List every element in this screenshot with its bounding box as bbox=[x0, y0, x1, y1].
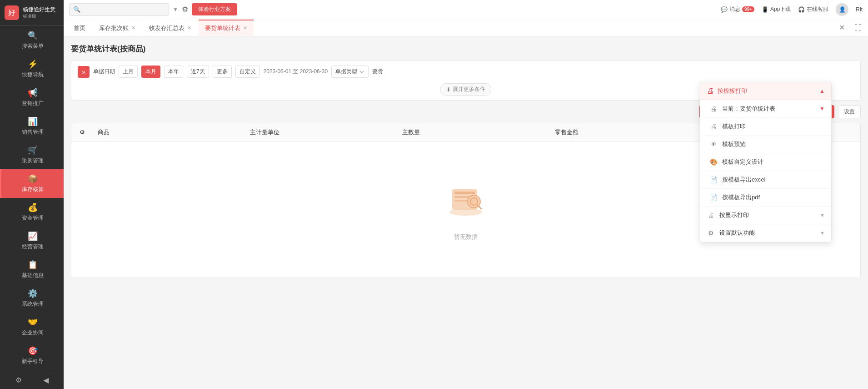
current-template-chevron: ▼ bbox=[819, 106, 825, 112]
svg-rect-2 bbox=[454, 192, 475, 194]
type-filter-label: 单据类型 bbox=[335, 68, 357, 76]
tab-order-stats-label: 要货单统计表 bbox=[205, 24, 240, 32]
tab-receipt-summary-close[interactable]: ✕ bbox=[187, 25, 191, 31]
dropdown-default-fn[interactable]: ⚙ 设置默认功能 ▼ bbox=[700, 224, 831, 242]
sidebar-item-inventory[interactable]: 📦 库存核算 bbox=[0, 169, 64, 198]
message-badge: 99+ bbox=[742, 6, 754, 12]
template-design-label: 模板自定义设计 bbox=[722, 158, 763, 166]
sidebar-item-label: 系统管理 bbox=[22, 300, 44, 308]
finance-icon: 💰 bbox=[28, 202, 38, 212]
tab-close-all-icon[interactable]: ✕ bbox=[835, 21, 848, 34]
empty-text: 暂无数据 bbox=[454, 233, 478, 241]
page-content: 要货单统计表(按商品) » 单据日期 上月 本月 本年 近7天 更多 自定义 2… bbox=[64, 36, 868, 389]
topbar-gear-icon[interactable]: ⚙ bbox=[182, 5, 188, 14]
user-name: Rit bbox=[856, 6, 863, 13]
sidebar-item-marketing[interactable]: 📢 营销推广 bbox=[0, 83, 64, 112]
sidebar-item-newbie[interactable]: 🎯 新手引导 bbox=[0, 341, 64, 370]
tab-expand-icon[interactable]: ⛶ bbox=[852, 21, 864, 34]
sidebar-item-basic[interactable]: 📋 基础信息 bbox=[0, 255, 64, 284]
date-btn-more[interactable]: 更多 bbox=[213, 66, 232, 78]
dropdown-template-excel[interactable]: 📄 按模板导出excel bbox=[700, 171, 831, 189]
empty-illustration bbox=[443, 178, 489, 227]
sidebar-item-system[interactable]: ⚙️ 系统管理 bbox=[0, 284, 64, 313]
topbar-chevron-icon[interactable]: ▼ bbox=[173, 6, 178, 13]
user-avatar[interactable]: 👤 bbox=[836, 3, 848, 16]
topbar-messages[interactable]: 💬 消息 99+ bbox=[721, 5, 754, 13]
dropdown-display-print[interactable]: 🖨 按显示打印 ▼ bbox=[700, 207, 831, 224]
tab-order-stats-close[interactable]: ✕ bbox=[243, 25, 247, 31]
svg-rect-3 bbox=[454, 196, 470, 198]
display-print-left: 🖨 按显示打印 bbox=[707, 211, 749, 219]
dropdown-header-chevron: ▲ bbox=[819, 88, 825, 94]
sidebar-nav: 🔍 搜索菜单 ⚡ 快捷导航 📢 营销推广 📊 销售管理 🛒 采购管理 📦 库存核… bbox=[0, 26, 64, 371]
dropdown-template-preview[interactable]: 👁 模板预览 bbox=[700, 136, 831, 153]
date-btn-this-year[interactable]: 本年 bbox=[164, 66, 183, 78]
operation-icon: 📈 bbox=[28, 231, 38, 241]
default-fn-label: 设置默认功能 bbox=[719, 229, 755, 237]
default-fn-left: ⚙ 设置默认功能 bbox=[707, 229, 755, 237]
dropdown-current-template[interactable]: 🖨 当前：要货单统计表 ▼ bbox=[700, 100, 831, 118]
topbar-online-service[interactable]: 🎧 在线客服 bbox=[798, 5, 828, 13]
logo-title: 畅捷通好生意 bbox=[23, 6, 55, 14]
topbar-app-download[interactable]: 📱 App下载 bbox=[762, 5, 791, 13]
date-btn-custom[interactable]: 自定义 bbox=[235, 66, 260, 78]
sidebar-item-label: 资金管理 bbox=[22, 214, 44, 222]
headset-icon: 🎧 bbox=[798, 6, 805, 13]
page-title: 要货单统计表(按商品) bbox=[71, 44, 861, 54]
logo-badge: 标准版 bbox=[23, 13, 55, 20]
tab-inventory-batch-label: 库存批次账 bbox=[99, 24, 129, 32]
template-print-icon: 🖨 bbox=[709, 123, 718, 130]
filter-expand-button[interactable]: » bbox=[78, 66, 90, 78]
display-print-chevron: ▼ bbox=[820, 212, 825, 218]
default-fn-icon: ⚙ bbox=[707, 229, 715, 237]
dropdown-header[interactable]: 🖨 按模板打印 ▲ bbox=[700, 82, 831, 100]
expand-more-button[interactable]: ⬇ 展开更多条件 bbox=[440, 83, 491, 96]
topbar-search-box[interactable]: 🔍 bbox=[69, 3, 169, 16]
date-btn-7days[interactable]: 近7天 bbox=[187, 66, 209, 78]
tabs-bar: 首页 库存批次账 ✕ 收发存汇总表 ✕ 要货单统计表 ✕ ✕ ⛶ bbox=[64, 19, 868, 36]
settings-btn[interactable]: ⚙ bbox=[15, 376, 22, 384]
template-excel-icon: 📄 bbox=[709, 176, 718, 183]
search-icon: 🔍 bbox=[73, 6, 80, 13]
dropdown-template-print[interactable]: 🖨 模板打印 bbox=[700, 118, 831, 136]
tab-inventory-batch[interactable]: 库存批次账 ✕ bbox=[93, 20, 142, 36]
col-product: 商品 bbox=[94, 128, 246, 136]
template-pdf-label: 按模板导出pdf bbox=[722, 193, 760, 202]
tab-inventory-batch-close[interactable]: ✕ bbox=[131, 25, 135, 31]
avatar-icon: 👤 bbox=[839, 6, 846, 13]
sidebar-item-finance[interactable]: 💰 资金管理 bbox=[0, 198, 64, 227]
search-icon: 🔍 bbox=[28, 30, 38, 40]
tab-receipt-summary-label: 收发存汇总表 bbox=[149, 24, 185, 32]
sidebar-bottom: ⚙ ◀ bbox=[0, 371, 64, 389]
sidebar-item-operation[interactable]: 📈 经营管理 bbox=[0, 227, 64, 255]
tab-order-stats[interactable]: 要货单统计表 ✕ bbox=[199, 20, 254, 36]
template-print-label: 模板打印 bbox=[722, 122, 746, 131]
marketing-icon: 📢 bbox=[28, 88, 38, 98]
sidebar-item-label: 快捷导航 bbox=[22, 71, 44, 79]
col-amount: 零售金额 bbox=[551, 128, 703, 136]
type-filter-select[interactable]: 单据类型 bbox=[331, 66, 369, 78]
col-checkbox: ⚙ bbox=[76, 129, 94, 136]
date-btn-prev-month[interactable]: 上月 bbox=[119, 66, 138, 78]
sidebar-item-collab[interactable]: 🤝 企业协同 bbox=[0, 313, 64, 341]
chevron-down-icon bbox=[359, 69, 364, 75]
sidebar-item-search[interactable]: 🔍 搜索菜单 bbox=[0, 26, 64, 55]
message-label: 消息 bbox=[729, 5, 740, 13]
dropdown-template-design[interactable]: 🎨 模板自定义设计 bbox=[700, 153, 831, 171]
sidebar-item-label: 库存核算 bbox=[22, 186, 44, 193]
settings-button[interactable]: 设置 bbox=[838, 105, 861, 118]
date-btn-this-month[interactable]: 本月 bbox=[141, 66, 160, 78]
trial-button[interactable]: 体验行业方案 bbox=[192, 3, 237, 15]
sidebar-item-sales[interactable]: 📊 销售管理 bbox=[0, 112, 64, 141]
sales-icon: 📊 bbox=[28, 116, 38, 126]
display-print-icon: 🖨 bbox=[707, 212, 715, 219]
tab-receipt-summary[interactable]: 收发存汇总表 ✕ bbox=[143, 20, 198, 36]
dropdown-template-pdf[interactable]: 📄 按模板导出pdf bbox=[700, 189, 831, 207]
sidebar-item-quicknav[interactable]: ⚡ 快捷导航 bbox=[0, 55, 64, 83]
tab-home[interactable]: 首页 bbox=[67, 20, 92, 36]
collapse-btn[interactable]: ◀ bbox=[43, 376, 49, 384]
print-dropdown-popup: 🖨 按模板打印 ▲ 🖨 当前：要货单统计表 ▼ 🖨 模板打印 👁 模板预览 🎨 bbox=[700, 82, 832, 242]
sidebar-item-purchase[interactable]: 🛒 采购管理 bbox=[0, 141, 64, 169]
search-input[interactable] bbox=[82, 6, 165, 13]
current-template-label: 当前：要货单统计表 bbox=[722, 105, 775, 113]
